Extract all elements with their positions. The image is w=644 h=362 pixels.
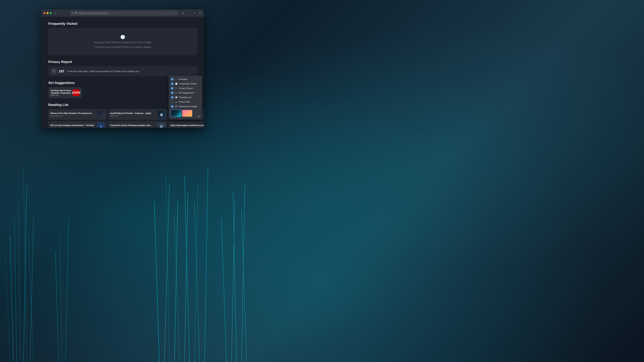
checkbox-privacy-report	[171, 87, 174, 89]
dropdown-item-reading-list[interactable]: 📖 Reading List	[169, 95, 202, 99]
clock-icon: 🕐	[175, 83, 178, 85]
nav-arrows: ‹ ›	[59, 11, 68, 15]
privacy-report-title: Privacy Report	[48, 60, 197, 64]
frequently-visited-section: Frequently Visited 🕐 Frequently Visited …	[48, 22, 197, 55]
svg-line-24	[242, 184, 245, 362]
reading-card-text: iPhone 12 Pro Max Preview: The Camera H.…	[50, 112, 96, 117]
svg-line-1	[14, 218, 17, 362]
close-button[interactable]	[44, 12, 46, 14]
forward-button[interactable]: ›	[64, 11, 68, 15]
svg-line-20	[204, 168, 208, 362]
dropdown-label-privacy-report: Privacy Report	[179, 87, 193, 89]
espn-logo: ESPN	[73, 89, 80, 96]
checkbox-frequently-visited	[171, 83, 174, 85]
dropdown-item-icloud-tabs[interactable]: ☁ iCloud Tabs	[169, 99, 202, 104]
download-icon[interactable]: ⬇	[181, 11, 185, 15]
shield-icon: 🛡	[51, 68, 57, 74]
svg-line-9	[60, 235, 62, 362]
reading-card-text: iOS 14.2 top changes and features! - You…	[50, 124, 96, 128]
reading-card-domain: apple.com	[170, 127, 204, 128]
svg-line-8	[55, 251, 59, 362]
reading-card-text: I found the perfect Homepod speaker stan…	[110, 124, 156, 128]
tab-sidebar-icon[interactable]: ⊟	[54, 12, 57, 14]
fv-message-line2: This section may be hidden if there is n…	[94, 45, 151, 49]
reading-card-thumbnail: I	[97, 123, 105, 128]
siri-card-subtitle: Anytime. Anywhere.	[51, 92, 72, 94]
svg-line-14	[174, 201, 178, 362]
siri-icon: ◎	[175, 92, 177, 94]
reading-list-item[interactable]: iPhone 12 Pro Max Preview: The Camera H.…	[48, 109, 107, 120]
privacy-message: In the last seven days, Safari has preve…	[67, 70, 140, 72]
dropdown-item-privacy-report[interactable]: 🛡 Privacy Report	[169, 86, 202, 90]
reading-card-title: iPhone 12 Pro Max Preview: The Camera H.…	[50, 112, 96, 114]
reading-card-title: I found the perfect Homepod speaker stan…	[110, 124, 156, 126]
settings-icon[interactable]: ⚙	[198, 115, 200, 118]
reading-card-title: https://www.apple.com/final-cut-pro/docs…	[170, 124, 204, 126]
address-bar[interactable]: 🎙 🔍 Search or enter website name	[70, 11, 178, 15]
reading-card-text: macOS Big Sur Preview – Features – Apple…	[110, 112, 156, 117]
reading-card-domain: reddit.com	[110, 127, 156, 128]
microphone-icon: 🎙	[72, 12, 74, 14]
svg-line-12	[164, 184, 170, 362]
traffic-lights	[44, 12, 52, 14]
bg-thumb-pink[interactable]	[182, 110, 192, 117]
privacy-report-section: Privacy Report 🛡 187 In the last seven d…	[48, 60, 197, 76]
title-bar: ⊟ ‹ › 🎙 🔍 Search or enter website name ⬇…	[42, 9, 204, 17]
address-bar-placeholder: Search or enter website name	[78, 12, 107, 14]
dropdown-label-icloud-tabs: iCloud Tabs	[179, 100, 190, 103]
bg-thumb-teal[interactable]	[171, 110, 181, 117]
dropdown-label-favorites: Favorites	[178, 78, 188, 80]
toolbar-right: ⬇ ↑ + ⧉	[181, 11, 202, 15]
search-icon: 🔍	[75, 12, 77, 14]
fv-message-line1: Frequently Visited Websites will appear …	[94, 41, 152, 44]
siri-card-title: Serving sports fans.	[51, 89, 72, 92]
tab-overview-icon[interactable]: ⧉	[198, 11, 202, 15]
svg-line-23	[233, 193, 236, 362]
svg-line-3	[5, 251, 10, 362]
dropdown-item-frequently-visited[interactable]: 🕐 Frequently Visited	[169, 81, 202, 86]
browser-window: ⊟ ‹ › 🎙 🔍 Search or enter website name ⬇…	[42, 9, 204, 128]
shield-icon: 🛡	[175, 87, 177, 89]
reading-list-item[interactable]: https://www.apple.com/final-cut-pro/docs…	[168, 121, 204, 128]
dropdown-item-background-image[interactable]: 🖼 Background Image	[169, 104, 202, 109]
new-tab-icon[interactable]: +	[192, 11, 196, 15]
reading-card-domain: youtube.com	[50, 127, 96, 128]
checkbox-favorites	[171, 78, 174, 80]
svg-line-21	[221, 218, 226, 362]
dropdown-label-background-image: Background Image	[179, 105, 197, 108]
siri-card-text: Serving sports fans. Anytime. Anywhere. …	[51, 89, 72, 96]
checkbox-icloud-tabs-empty	[171, 101, 174, 103]
back-button[interactable]: ‹	[59, 11, 63, 15]
svg-line-11	[154, 201, 159, 362]
maximize-button[interactable]	[50, 12, 52, 14]
reading-list-item[interactable]: macOS Big Sur Preview – Features – Apple…	[108, 109, 167, 120]
book-icon: 📖	[175, 96, 178, 98]
background-thumbnails	[169, 109, 202, 118]
reading-card-thumbnail	[97, 111, 105, 118]
cloud-icon: ☁	[175, 101, 177, 103]
reading-card-title: iOS 14.2 top changes and features! - You…	[50, 124, 96, 126]
dropdown-item-favorites[interactable]: ☆ Favorites	[169, 77, 202, 81]
reading-card-title: macOS Big Sur Preview – Features – Apple	[110, 112, 156, 114]
minimize-button[interactable]	[46, 12, 49, 14]
dropdown-label-frequently-visited: Frequently Visited	[179, 82, 197, 85]
dropdown-item-siri-suggestions[interactable]: ◎ Siri Suggestions	[169, 90, 202, 95]
reading-card-text: https://www.apple.com/final-cut-pro/docs…	[170, 124, 204, 128]
dropdown-label-siri-suggestions: Siri Suggestions	[178, 91, 194, 94]
reading-card-domain: apple.com	[110, 115, 156, 117]
star-icon: ☆	[175, 78, 177, 80]
svg-line-22	[232, 201, 235, 362]
svg-line-10	[66, 218, 69, 362]
reading-list-item[interactable]: I found the perfect Homepod speaker stan…	[108, 121, 167, 128]
frequently-visited-box: 🕐 Frequently Visited Websites will appea…	[48, 28, 197, 55]
reading-card-thumbnail: D	[158, 123, 165, 128]
clock-icon: 🕐	[120, 35, 125, 39]
checkbox-siri-suggestions	[171, 92, 174, 94]
reading-card-domain: blog.halide.cam	[50, 115, 96, 117]
reading-list-item[interactable]: iOS 14.2 top changes and features! - You…	[48, 121, 107, 128]
siri-espn-card[interactable]: Serving sports fans. Anytime. Anywhere. …	[48, 87, 82, 98]
share-icon[interactable]: ↑	[186, 11, 190, 15]
reading-card-thumbnail	[158, 111, 165, 118]
checkbox-background-image	[171, 105, 174, 108]
frequently-visited-title: Frequently Visited	[48, 22, 197, 26]
